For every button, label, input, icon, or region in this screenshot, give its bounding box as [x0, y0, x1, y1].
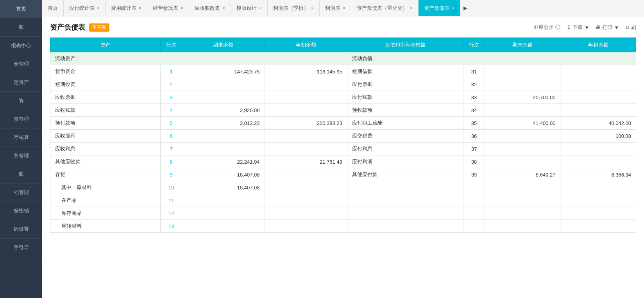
asset-name[interactable]: 库存商品 — [50, 207, 161, 220]
row-num-right — [463, 194, 485, 207]
end-balance-left — [182, 207, 265, 220]
asset-name[interactable]: 应收利息 — [50, 143, 161, 155]
table-row: 应收股利 6 应交税费 36 100.00 — [50, 130, 636, 143]
tab-close-8[interactable]: × — [410, 5, 413, 11]
sidebar-item-book[interactable]: 账 — [0, 165, 42, 184]
asset-name[interactable]: 应收票据 — [50, 91, 161, 104]
table-row: 货币资金 1 147,423.75 116,145.95 短期借款 31 — [50, 65, 636, 78]
tab-close-6[interactable]: × — [311, 5, 314, 11]
col-end-r: 期末余额 — [485, 38, 560, 52]
sidebar-item-home[interactable]: 首页 — [0, 0, 42, 18]
liability-name[interactable]: 预收款项 — [347, 104, 463, 117]
row-num-right: 32 — [463, 78, 485, 91]
tab-payable-stat[interactable]: 应付统计表 × — [64, 0, 106, 16]
asset-name[interactable]: 预付款项 — [50, 117, 161, 130]
row-num-left: 11 — [161, 194, 182, 207]
tab-home[interactable]: 首页 — [42, 0, 64, 16]
asset-name[interactable]: 货币资金 — [50, 65, 161, 78]
row-num-left: 4 — [161, 104, 182, 117]
tab-close-3[interactable]: × — [181, 5, 183, 11]
begin-balance-right — [560, 181, 636, 194]
asset-name[interactable]: 周转材料 — [50, 220, 161, 233]
sidebar-item-fixedasset[interactable]: 定资产 — [0, 73, 42, 92]
liability-name[interactable]: 应交税费 — [347, 130, 463, 143]
asset-name[interactable]: 其中：原材料 — [50, 181, 161, 194]
end-balance-right — [485, 207, 560, 220]
end-balance-left: 2,012.23 — [182, 117, 265, 130]
col-row-l: 行次 — [161, 38, 182, 52]
row-num-left: 10 — [161, 181, 182, 194]
tab-profit-quarterly[interactable]: 利润表（季报） × — [268, 0, 320, 16]
table-row: 应收票据 3 应付账款 33 20,700.00 — [50, 91, 636, 104]
liability-name[interactable]: 应付职工薪酬 — [347, 117, 463, 130]
tab-template[interactable]: 模版设计 × — [231, 0, 268, 16]
tab-close-1[interactable]: × — [97, 5, 100, 11]
tab-expense-stat[interactable]: 费用统计表 × — [106, 0, 147, 16]
begin-balance-right — [560, 220, 636, 233]
tab-profit[interactable]: 利润表 × — [320, 0, 351, 16]
row-num-left: 1 — [161, 65, 182, 78]
sidebar-item-archive[interactable]: 档管理 — [0, 184, 42, 202]
liability-name[interactable] — [347, 220, 463, 233]
refresh-btn[interactable]: ↻ 刷 — [625, 24, 636, 31]
sidebar-item-tax[interactable]: 务管理 — [0, 147, 42, 165]
asset-name[interactable]: 在产品 — [50, 194, 161, 207]
tab-nav-right[interactable]: ▶ — [460, 0, 470, 16]
tab-close-5[interactable]: × — [259, 5, 262, 11]
tab-close-9[interactable]: × — [452, 5, 454, 11]
liability-name[interactable] — [347, 181, 463, 194]
end-balance-right — [485, 143, 560, 155]
liability-name[interactable]: 应付利润 — [347, 155, 463, 168]
row-num-right — [463, 220, 485, 233]
liability-name[interactable]: 应付票据 — [347, 78, 463, 91]
print-btn[interactable]: 🖶 打印 ▼ — [596, 24, 619, 31]
sidebar-item-inventory[interactable]: 存核算 — [0, 128, 42, 147]
row-num-right: 38 — [463, 155, 485, 168]
tab-close-7[interactable]: × — [343, 5, 345, 11]
liability-name[interactable] — [347, 194, 463, 207]
classify-btn[interactable]: 不重分类 ⓘ — [533, 24, 560, 31]
tab-operation[interactable]: 经营状况表 × — [147, 0, 189, 16]
sidebar-item-ledger[interactable]: 账 — [0, 18, 42, 37]
tab-close-2[interactable]: × — [139, 5, 141, 11]
tab-close-4[interactable]: × — [222, 5, 225, 11]
liability-name[interactable]: 短期借款 — [347, 65, 463, 78]
end-balance-right — [485, 65, 560, 78]
sidebar-item-expense[interactable]: 畅报销 — [0, 202, 42, 220]
asset-name[interactable]: 其他应收款 — [50, 155, 161, 168]
liability-name[interactable]: 应付利息 — [347, 143, 463, 155]
liability-name[interactable] — [347, 207, 463, 220]
row-num-left: 9 — [161, 168, 182, 181]
end-balance-left — [182, 194, 265, 207]
liability-name[interactable]: 其他应付款 — [347, 168, 463, 181]
chevron-down-icon-print: ▼ — [614, 25, 619, 30]
begin-balance-right — [560, 78, 636, 91]
tab-balance[interactable]: 资产负债表 × — [419, 0, 460, 16]
row-num-right: 31 — [463, 65, 485, 78]
tab-balance-reclassify[interactable]: 资产负债表（重分类） × — [351, 0, 419, 16]
download-btn[interactable]: ↧ 下载 ▼ — [567, 24, 589, 31]
row-num-right — [463, 207, 485, 220]
begin-balance-right: 6,366.34 — [560, 168, 636, 181]
section-right-label: 流动负债： — [347, 52, 636, 65]
sidebar-item-ticket[interactable]: 票管理 — [0, 110, 42, 128]
row-num-right: 33 — [463, 91, 485, 104]
asset-name[interactable]: 短期投资 — [50, 78, 161, 91]
asset-name[interactable]: 应收账款 — [50, 104, 161, 117]
tab-bar: 首页 应付统计表 × 费用统计表 × 经营状况表 × 应收账龄表 × 模版设计 … — [42, 0, 644, 16]
tab-receivable-age[interactable]: 应收账龄表 × — [189, 0, 231, 16]
row-num-right: 37 — [463, 143, 485, 155]
row-num-left: 6 — [161, 130, 182, 143]
sidebar-item-invest[interactable]: 资 — [0, 92, 42, 110]
asset-name[interactable]: 存货 — [50, 168, 161, 181]
refresh-icon: ↻ — [625, 25, 630, 30]
row-num-right: 34 — [463, 104, 485, 117]
sidebar-item-settings[interactable]: 础设置 — [0, 220, 42, 239]
sidebar-item-report[interactable]: 报表中心 — [0, 37, 42, 55]
table-row: 库存商品 12 — [50, 207, 636, 220]
sidebar-item-guide[interactable]: 手引导 — [0, 239, 42, 257]
liability-name[interactable]: 应付账款 — [347, 91, 463, 104]
asset-name[interactable]: 应收股利 — [50, 130, 161, 143]
col-asset: 资产 — [50, 38, 161, 52]
sidebar-item-fund[interactable]: 金管理 — [0, 55, 42, 73]
